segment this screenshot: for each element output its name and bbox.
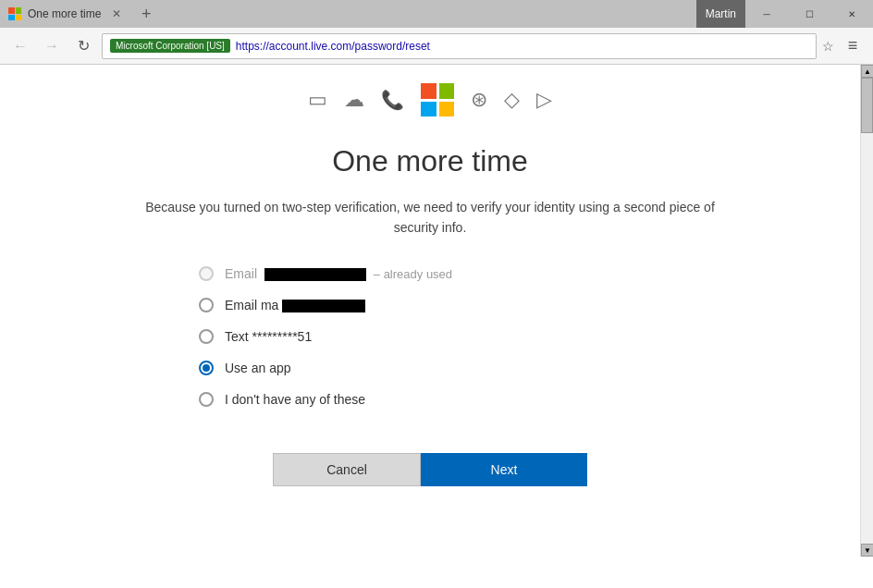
main-body: One more time Because you turned on two-… <box>106 126 754 514</box>
page-title: One more time <box>143 144 717 178</box>
option-email-masked-label: Email ma <box>225 298 369 312</box>
product-icon-skype[interactable]: 📞 <box>381 89 404 111</box>
options-list: Email – already used Email ma Text *****… <box>143 266 717 408</box>
cancel-button[interactable]: Cancel <box>273 453 421 486</box>
forward-btn[interactable]: → <box>39 33 65 59</box>
product-icons-bar: ▭ ☁ 📞 ⊛ ◇ ▷ <box>0 65 860 126</box>
option-no-options-label: I don't have any of these <box>225 392 365 407</box>
radio-text[interactable] <box>199 329 214 344</box>
radio-email-masked[interactable] <box>199 298 214 312</box>
product-icon-bing[interactable]: ▷ <box>536 88 552 112</box>
option-email-masked[interactable]: Email ma <box>199 298 717 312</box>
scroll-track[interactable] <box>861 78 873 544</box>
scroll-up-btn[interactable]: ▲ <box>861 65 873 78</box>
ms-logo-small <box>8 7 21 20</box>
product-icon-skype2[interactable]: ◇ <box>504 88 520 112</box>
option-use-app-label: Use an app <box>225 361 291 375</box>
radio-use-app[interactable] <box>199 361 214 375</box>
radio-no-options[interactable] <box>199 392 214 407</box>
page-subtitle: Because you turned on two-step verificat… <box>143 197 717 239</box>
star-icon[interactable]: ☆ <box>822 39 834 54</box>
refresh-btn[interactable]: ↻ <box>70 33 96 59</box>
ssl-badge: Microsoft Corporation [US] <box>110 39 230 53</box>
close-btn[interactable]: ✕ <box>830 0 873 28</box>
tab-close-btn[interactable]: ✕ <box>106 6 127 22</box>
browser-content-wrapper: ▭ ☁ 📞 ⊛ ◇ ▷ One more time Because you tu… <box>0 65 873 557</box>
titlebar-left: One more time ✕ + <box>7 1 160 27</box>
scroll-thumb[interactable] <box>861 78 873 133</box>
product-icon-office[interactable]: ▭ <box>308 88 327 112</box>
next-button[interactable]: Next <box>421 453 587 486</box>
button-row: Cancel Next <box>143 435 717 514</box>
email-redacted-1 <box>264 268 366 281</box>
tab-title: One more time <box>28 7 101 20</box>
user-label: Martin <box>696 0 745 28</box>
option-text[interactable]: Text *********51 <box>199 329 717 344</box>
browser-favicon <box>7 6 22 21</box>
scrollbar: ▲ ▼ <box>860 65 873 557</box>
option-no-options[interactable]: I don't have any of these <box>199 392 717 407</box>
scroll-down-btn[interactable]: ▼ <box>861 544 873 557</box>
addressbar: ← → ↻ Microsoft Corporation [US] https:/… <box>0 28 873 65</box>
already-used-label: – already used <box>374 267 452 281</box>
minimize-btn[interactable]: ─ <box>745 0 788 28</box>
ms-logo-large[interactable] <box>421 83 454 116</box>
back-btn[interactable]: ← <box>7 33 33 59</box>
email-redacted-2 <box>282 300 365 312</box>
option-email-label: Email – already used <box>225 266 452 281</box>
address-box[interactable]: Microsoft Corporation [US] https://accou… <box>102 33 817 59</box>
url-display: https://account.live.com/password/reset <box>236 40 430 53</box>
option-text-label: Text *********51 <box>225 329 312 344</box>
radio-email[interactable] <box>199 266 214 281</box>
option-email: Email – already used <box>199 266 717 281</box>
titlebar: One more time ✕ + Martin ─ ☐ ✕ <box>0 0 873 28</box>
browser-menu-btn[interactable]: ≡ <box>840 33 866 59</box>
address-icons: ☆ <box>822 39 834 54</box>
maximize-btn[interactable]: ☐ <box>788 0 830 28</box>
product-icon-xbox[interactable]: ⊛ <box>471 88 487 112</box>
option-use-app[interactable]: Use an app <box>199 361 717 375</box>
page-content: ▭ ☁ 📞 ⊛ ◇ ▷ One more time Because you tu… <box>0 65 860 557</box>
product-icon-onedrive[interactable]: ☁ <box>344 88 364 112</box>
new-tab-btn[interactable]: + <box>132 1 160 27</box>
